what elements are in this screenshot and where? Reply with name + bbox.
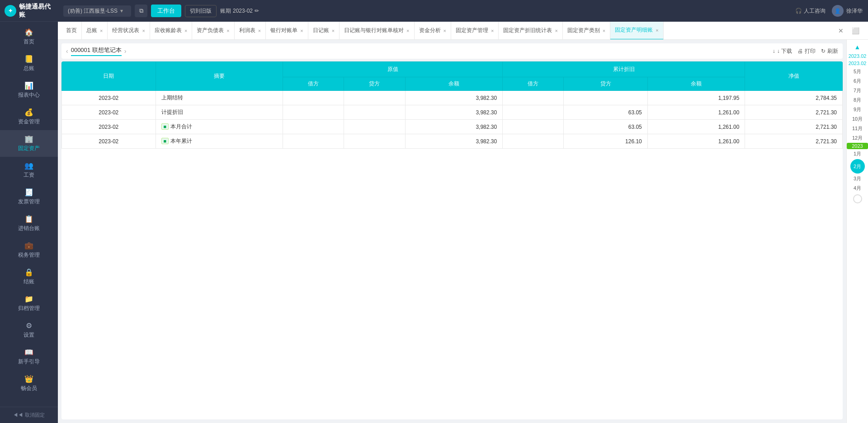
tab-close-capital-analysis[interactable]: ×: [443, 28, 446, 33]
tab-close-journal-bank-verify[interactable]: ×: [406, 28, 409, 33]
sidebar-item-payroll[interactable]: 👥工资: [0, 157, 58, 183]
close-all-tabs-btn[interactable]: ✕: [835, 25, 846, 36]
asset-actions: ↓ ↓ 下载 🖨 打印 ↻ 刷新: [773, 47, 838, 55]
capital-icon: 💰: [24, 108, 33, 117]
reports-icon: 📊: [24, 81, 33, 90]
month-11[interactable]: 11月: [847, 124, 868, 133]
tab-journal-bank-verify[interactable]: 日记账与银行对账单核对×: [340, 22, 414, 40]
headset-icon: 🎧: [795, 8, 802, 14]
cell-acc-credit: 63.05: [564, 105, 647, 120]
sidebar-item-reports[interactable]: 📊报表中心: [0, 77, 58, 103]
sidebar-item-guide[interactable]: 📖新手引导: [0, 343, 58, 370]
month-9[interactable]: 9月: [847, 105, 868, 114]
tab-label-asset-detail: 固定资产明细账: [615, 26, 653, 34]
tab-label-journal-bank-verify: 日记账与银行对账单核对: [344, 27, 404, 34]
cell-acc-balance: 1,261.00: [647, 105, 745, 120]
cell-acc-credit: [564, 91, 647, 105]
month-6[interactable]: 6月: [847, 76, 868, 86]
tab-close-asset-detail[interactable]: ×: [656, 28, 658, 33]
tab-journal[interactable]: 日记账×: [308, 22, 340, 40]
tab-label-asset-liability: 资产负债表: [197, 27, 224, 34]
sidebar-item-fixed-assets[interactable]: 🏢固定资产: [0, 130, 58, 157]
workbench-button[interactable]: 工作台: [151, 5, 181, 17]
sidebar-item-archive[interactable]: 📁归档管理: [0, 290, 58, 317]
col-date: 日期: [62, 62, 156, 91]
tab-bank-statement[interactable]: 银行对账单×: [266, 22, 308, 40]
user-profile[interactable]: 👤 徐泽华: [832, 5, 863, 17]
tab-capital-analysis[interactable]: 资金分析×: [415, 22, 451, 40]
tab-asset-detail[interactable]: 固定资产明细账×: [610, 22, 663, 40]
month-12[interactable]: 12月: [847, 133, 868, 143]
year-2023-badge[interactable]: 2023: [847, 143, 868, 149]
sidebar-label-home: 首页: [24, 38, 34, 46]
sidebar-collapse-btn[interactable]: ◀◀ 取消固定: [0, 407, 58, 423]
tab-close-profit[interactable]: ×: [258, 28, 261, 33]
tab-depreciation-stats[interactable]: 固定资产折旧统计表×: [499, 22, 562, 40]
sidebar-item-tax[interactable]: 💼税务管理: [0, 237, 58, 263]
company-selector[interactable]: (劝善) 江西服垦-LSS ▾: [63, 5, 131, 17]
copy-icon[interactable]: ⧉: [135, 5, 147, 17]
sidebar-item-home[interactable]: 🏠首页: [0, 24, 58, 50]
tab-close-depreciation-stats[interactable]: ×: [555, 28, 557, 33]
sidebar-label-capital: 资金管理: [18, 118, 40, 126]
tab-asset-liability[interactable]: 资产负债表×: [192, 22, 234, 40]
period-label: 账期 2023-02 ✏: [220, 7, 259, 15]
month-1[interactable]: 1月: [847, 149, 868, 159]
cell-acc-debit: [503, 105, 564, 120]
tab-close-asset-category[interactable]: ×: [603, 28, 605, 33]
month-10[interactable]: 10月: [847, 114, 868, 124]
month-3[interactable]: 3月: [847, 174, 868, 183]
tab-close-fixed-assets-mgmt[interactable]: ×: [491, 28, 494, 33]
month-7[interactable]: 7月: [847, 86, 868, 95]
tab-close-business-status[interactable]: ×: [142, 28, 145, 33]
tab-business-status[interactable]: 经营状况表×: [108, 22, 150, 40]
switch-version-button[interactable]: 切到旧版: [185, 5, 217, 17]
user-service-btn[interactable]: 🎧 人工咨询: [795, 7, 826, 15]
tab-label-home: 首页: [66, 27, 77, 34]
month-5[interactable]: 5月: [847, 67, 868, 76]
time-nav-date-1[interactable]: 2023.02: [847, 52, 868, 60]
tab-label-fixed-assets-mgmt: 固定资产管理: [456, 27, 488, 34]
period-edit-icon[interactable]: ✏: [255, 8, 259, 14]
tab-close-ledger[interactable]: ×: [100, 28, 103, 33]
col-accumulated: 累计折旧: [503, 62, 745, 77]
tab-fixed-assets-mgmt[interactable]: 固定资产管理×: [451, 22, 499, 40]
tab-receivables[interactable]: 应收账龄表×: [150, 22, 192, 40]
sidebar-item-sales-ledger[interactable]: 📋进销台账: [0, 210, 58, 237]
tab-home[interactable]: 首页: [61, 22, 82, 40]
main-content: (劝善) 江西服垦-LSS ▾ ⧉ 工作台 切到旧版 账期 2023-02 ✏ …: [58, 0, 868, 423]
tab-label-asset-category: 固定资产类别: [567, 27, 600, 34]
tab-close-journal[interactable]: ×: [332, 28, 335, 33]
next-asset-btn[interactable]: ›: [124, 47, 127, 55]
time-nav-down-circle[interactable]: [853, 194, 862, 203]
prev-asset-btn[interactable]: ‹: [66, 47, 68, 55]
archive-icon: 📁: [24, 295, 33, 303]
sidebar-item-capital[interactable]: 💰资金管理: [0, 103, 58, 130]
month-4[interactable]: 4月: [847, 183, 868, 193]
sidebar-item-settings[interactable]: ⚙设置: [0, 317, 58, 343]
tab-close-receivables[interactable]: ×: [184, 28, 187, 33]
tab-ledger[interactable]: 总账×: [82, 22, 108, 40]
download-btn[interactable]: ↓ ↓ 下载: [773, 47, 792, 55]
ledger-icon: 📒: [24, 55, 33, 63]
app-title: 畅捷通易代账: [19, 3, 53, 19]
tab-close-bank-statement[interactable]: ×: [300, 28, 303, 33]
print-btn[interactable]: 🖨 打印: [797, 47, 816, 55]
month-2-active[interactable]: 2月: [850, 159, 865, 174]
month-8[interactable]: 8月: [847, 95, 868, 105]
maximize-btn[interactable]: ⬜: [850, 25, 861, 36]
col-orig-balance: 余额: [405, 77, 503, 91]
sidebar-item-closing[interactable]: 🔒结账: [0, 263, 58, 290]
tab-profit[interactable]: 利润表×: [235, 22, 266, 40]
tab-asset-category[interactable]: 固定资产类别×: [563, 22, 610, 40]
sidebar-label-fixed-assets: 固定资产: [18, 145, 40, 152]
tab-close-asset-liability[interactable]: ×: [226, 28, 229, 33]
time-nav-up[interactable]: ▲: [853, 42, 863, 52]
time-nav-date-2[interactable]: 2023.02: [847, 60, 868, 67]
refresh-btn[interactable]: ↻ 刷新: [821, 47, 838, 55]
sidebar-item-ledger[interactable]: 📒总账: [0, 50, 58, 77]
sidebar-label-settings: 设置: [24, 331, 34, 339]
col-orig-debit: 借方: [283, 77, 344, 91]
sidebar-item-member[interactable]: 👑畅会员: [0, 370, 58, 397]
sidebar-item-invoice[interactable]: 🧾发票管理: [0, 183, 58, 210]
